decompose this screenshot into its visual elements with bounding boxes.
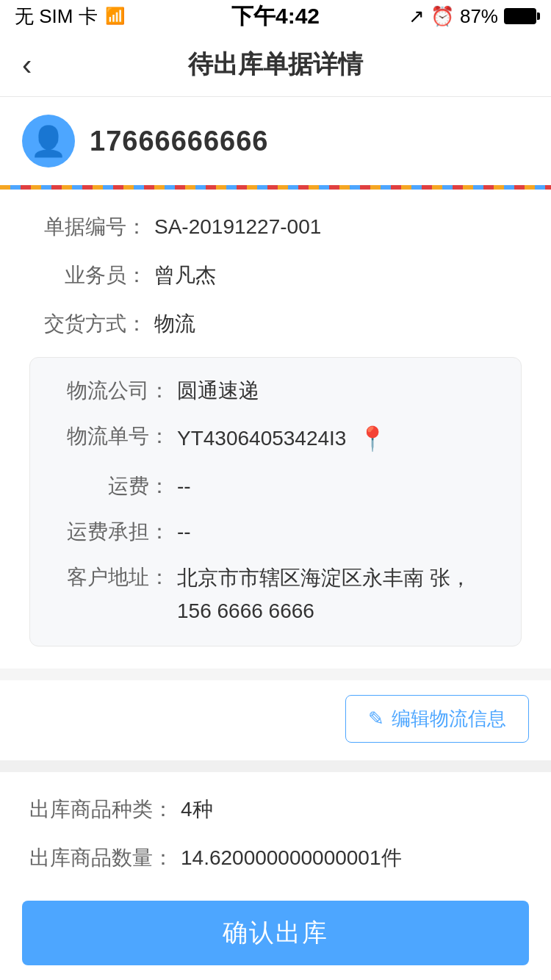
alarm-icon: ⏰ xyxy=(431,5,454,28)
logistics-card: 物流公司： 圆通速递 物流单号： YT43064053424I3 📍 运费： -… xyxy=(29,357,522,646)
page-title: 待出库单据详情 xyxy=(188,48,363,82)
delivery-method-label: 交货方式： xyxy=(29,309,147,339)
goods-types-row: 出库商品种类： 4种 xyxy=(29,794,522,825)
status-bar: 无 SIM 卡 📶 下午4:42 ↗ ⏰ 87% xyxy=(0,0,551,32)
logistics-company-row: 物流公司： 圆通速递 xyxy=(52,375,499,406)
avatar-icon: 👤 xyxy=(30,124,67,159)
goods-types-value: 4种 xyxy=(173,794,522,825)
address-label: 客户地址： xyxy=(52,562,170,593)
status-time: 下午4:42 xyxy=(231,1,320,32)
back-button[interactable]: ‹ xyxy=(22,50,32,79)
status-left: 无 SIM 卡 📶 xyxy=(15,4,125,29)
delivery-method-value: 物流 xyxy=(147,309,522,339)
confirm-btn-label: 确认出库 xyxy=(223,916,328,950)
order-no-value: SA-20191227-001 xyxy=(147,212,522,242)
freight-bearer-row: 运费承担： -- xyxy=(52,516,499,547)
confirm-btn-wrap: 确认出库 xyxy=(0,886,551,980)
tracking-row: YT43064053424I3 📍 xyxy=(177,421,499,456)
freight-value: -- xyxy=(170,471,499,502)
address-value: 北京市市辖区海淀区永丰南 张，156 6666 6666 xyxy=(170,562,499,628)
location-status-icon: ↗ xyxy=(408,5,425,28)
goods-quantity-label: 出库商品数量： xyxy=(29,843,173,873)
section-separator-1 xyxy=(0,760,551,772)
goods-quantity-value: 14.620000000000001件 xyxy=(173,843,522,873)
freight-bearer-value: -- xyxy=(170,516,499,547)
tracking-no-text: YT43064053424I3 xyxy=(177,423,346,454)
tracking-location-icon[interactable]: 📍 xyxy=(358,421,387,456)
sales-rep-row: 业务员： 曾凡杰 xyxy=(29,260,522,291)
sales-rep-label: 业务员： xyxy=(29,260,147,291)
edit-logistics-label: 编辑物流信息 xyxy=(392,706,506,732)
tracking-no-row: 物流单号： YT43064053424I3 📍 xyxy=(52,421,499,456)
freight-label: 运费： xyxy=(52,471,170,502)
battery-label: 87% xyxy=(460,5,498,28)
delivery-method-row: 交货方式： 物流 xyxy=(29,309,522,339)
wifi-icon: 📶 xyxy=(105,7,125,26)
carrier-label: 无 SIM 卡 xyxy=(15,4,98,29)
freight-row: 运费： -- xyxy=(52,471,499,502)
logistics-company-label: 物流公司： xyxy=(52,375,170,406)
order-info-section: 单据编号： SA-20191227-001 业务员： 曾凡杰 交货方式： 物流 … xyxy=(0,190,551,669)
confirm-outbound-button[interactable]: 确认出库 xyxy=(22,901,529,965)
edit-logistics-action: ✎ 编辑物流信息 xyxy=(0,680,551,760)
sales-rep-value: 曾凡杰 xyxy=(147,260,522,291)
status-right: ↗ ⏰ 87% xyxy=(408,5,536,28)
customer-phone: 17666666666 xyxy=(90,126,268,157)
freight-bearer-label: 运费承担： xyxy=(52,516,170,547)
address-row: 客户地址： 北京市市辖区海淀区永丰南 张，156 6666 6666 xyxy=(52,562,499,628)
tracking-no-value: YT43064053424I3 📍 xyxy=(170,421,499,456)
logistics-company-value: 圆通速递 xyxy=(170,375,499,406)
goods-types-label: 出库商品种类： xyxy=(29,794,173,825)
customer-header: 👤 17666666666 xyxy=(0,97,551,185)
order-no-label: 单据编号： xyxy=(29,212,147,242)
edit-icon: ✎ xyxy=(368,707,384,730)
nav-bar: ‹ 待出库单据详情 xyxy=(0,32,551,97)
battery-icon xyxy=(504,8,536,24)
order-no-row: 单据编号： SA-20191227-001 xyxy=(29,212,522,242)
edit-logistics-button[interactable]: ✎ 编辑物流信息 xyxy=(345,695,529,743)
goods-quantity-row: 出库商品数量： 14.620000000000001件 xyxy=(29,843,522,873)
tracking-no-label: 物流单号： xyxy=(52,421,170,452)
avatar: 👤 xyxy=(22,115,75,167)
